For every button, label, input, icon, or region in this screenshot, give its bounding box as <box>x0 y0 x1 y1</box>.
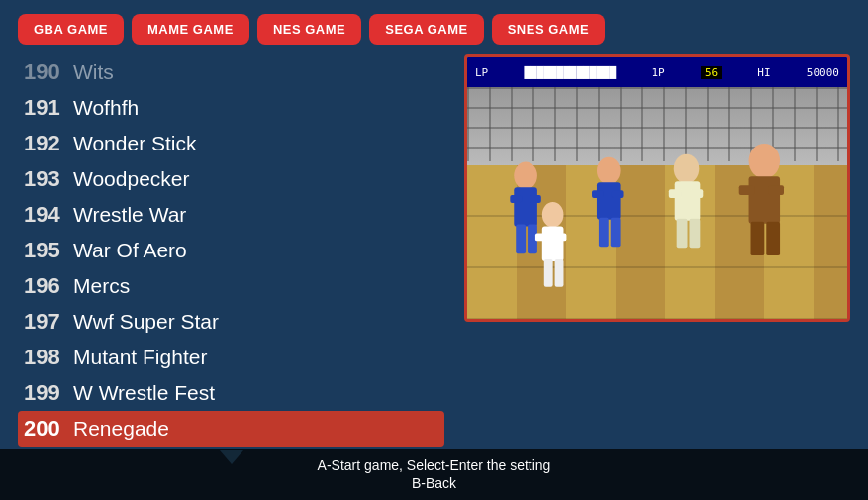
snes-game-button[interactable]: SNES GAME <box>492 14 606 45</box>
svg-rect-10 <box>599 218 609 248</box>
game-number: 199 <box>24 380 73 406</box>
svg-rect-17 <box>689 219 700 249</box>
svg-rect-4 <box>516 225 526 254</box>
game-name: Wwf Super Star <box>73 310 219 334</box>
list-item[interactable]: 196 Mercs <box>18 268 444 304</box>
hud-hi: HI <box>757 66 770 79</box>
game-number: 190 <box>24 59 73 85</box>
game-name: Wonder Stick <box>73 132 197 155</box>
game-name: Wofhfh <box>73 96 139 120</box>
list-item[interactable]: 192 Wonder Stick <box>18 126 444 161</box>
game-number: 194 <box>24 202 73 228</box>
game-name: War Of Aero <box>73 239 187 262</box>
game-preview-image: LP ██████████████ 1P 56 HI 50000 <box>464 54 850 322</box>
sega-game-button[interactable]: SEGA GAME <box>369 14 483 45</box>
svg-rect-20 <box>739 185 755 195</box>
hud-timer: 56 <box>701 66 722 79</box>
svg-rect-23 <box>766 222 780 255</box>
svg-rect-8 <box>592 190 604 198</box>
list-item[interactable]: 194 Wrestle War <box>18 197 444 233</box>
list-item[interactable]: 191 Wofhfh <box>18 90 444 126</box>
svg-rect-21 <box>768 185 784 195</box>
hud-1p: 1P <box>651 66 664 79</box>
svg-rect-2 <box>510 195 522 203</box>
list-item[interactable]: 199 W Wrestle Fest <box>18 375 444 411</box>
game-number: 191 <box>24 95 73 121</box>
game-number: 200 <box>24 416 73 442</box>
game-screenshot: LP ██████████████ 1P 56 HI 50000 <box>467 57 847 319</box>
svg-point-12 <box>674 154 700 184</box>
game-list: 190 Wits 191 Wofhfh 192 Wonder Stick 193… <box>18 54 444 464</box>
list-item-selected[interactable]: 200 Renegade <box>18 411 444 447</box>
svg-rect-22 <box>751 222 765 255</box>
svg-rect-27 <box>556 233 567 241</box>
hud-p1: ██████████████ <box>524 66 616 79</box>
svg-rect-28 <box>544 259 553 287</box>
status-line-1: A-Start game, Select-Enter the setting <box>318 457 551 473</box>
svg-rect-29 <box>555 259 564 287</box>
svg-rect-19 <box>749 176 781 223</box>
svg-rect-14 <box>669 189 682 198</box>
game-name: Renegade <box>73 417 169 441</box>
hud-lp: LP <box>475 66 488 79</box>
game-name: Wits <box>73 60 114 84</box>
game-name: Mutant Fighter <box>73 346 207 369</box>
game-hud: LP ██████████████ 1P 56 HI 50000 <box>467 57 847 87</box>
svg-rect-7 <box>597 182 621 219</box>
gba-game-button[interactable]: GBA GAME <box>18 14 124 45</box>
svg-rect-16 <box>677 219 688 249</box>
svg-rect-15 <box>690 189 703 198</box>
hud-score: 50000 <box>807 66 839 79</box>
game-name: Wrestle War <box>73 203 186 227</box>
svg-point-24 <box>542 202 564 228</box>
list-item[interactable]: 198 Mutant Fighter <box>18 340 444 375</box>
main-content: 190 Wits 191 Wofhfh 192 Wonder Stick 193… <box>0 54 868 464</box>
game-name: W Wrestle Fest <box>73 381 215 405</box>
game-name: Mercs <box>73 274 130 298</box>
game-name: Woodpecker <box>73 167 190 191</box>
svg-rect-25 <box>542 227 564 261</box>
game-number: 192 <box>24 131 73 156</box>
svg-point-18 <box>749 144 781 178</box>
svg-rect-1 <box>514 187 537 226</box>
status-bar: A-Start game, Select-Enter the setting B… <box>0 449 868 500</box>
game-number: 193 <box>24 166 73 192</box>
characters-svg <box>467 101 847 299</box>
svg-rect-11 <box>611 218 621 248</box>
game-preview-container: LP ██████████████ 1P 56 HI 50000 <box>464 54 850 464</box>
mame-game-button[interactable]: MAME GAME <box>132 14 249 45</box>
nes-game-button[interactable]: NES GAME <box>257 14 361 45</box>
svg-rect-3 <box>530 195 541 203</box>
game-number: 198 <box>24 345 73 370</box>
svg-point-6 <box>597 157 621 185</box>
svg-rect-9 <box>612 190 624 198</box>
game-number: 197 <box>24 309 73 335</box>
game-number: 196 <box>24 273 73 299</box>
svg-rect-26 <box>535 233 546 241</box>
top-navigation: GBA GAME MAME GAME NES GAME SEGA GAME SN… <box>0 0 868 54</box>
game-number: 195 <box>24 238 73 263</box>
list-item[interactable]: 197 Wwf Super Star <box>18 304 444 340</box>
list-item[interactable]: 193 Woodpecker <box>18 161 444 197</box>
svg-point-0 <box>514 162 537 190</box>
list-item[interactable]: 195 War Of Aero <box>18 233 444 268</box>
status-line-2: B-Back <box>412 475 456 491</box>
svg-rect-13 <box>675 181 701 220</box>
list-item[interactable]: 190 Wits <box>18 54 444 90</box>
